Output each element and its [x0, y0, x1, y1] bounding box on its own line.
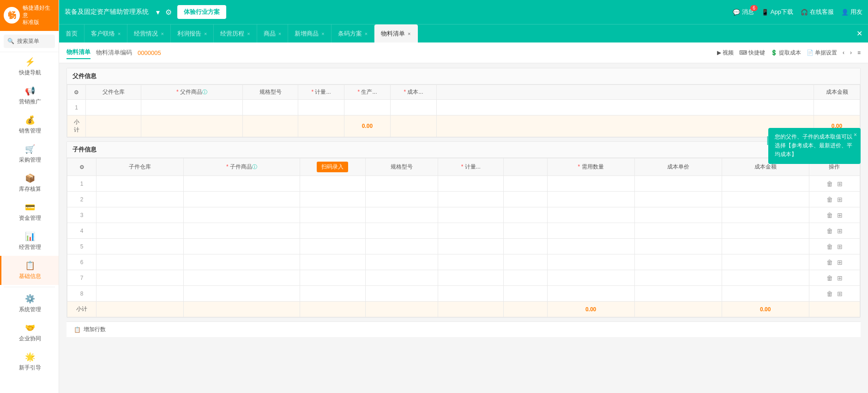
sub-tab-bom-code[interactable]: 物料清单编码: [96, 47, 132, 59]
message-badge: 6: [750, 5, 758, 11]
tab-close-customer[interactable]: ×: [118, 31, 121, 36]
nav-icon-inventory: 📦: [25, 173, 35, 183]
page-content: 物料清单 物料清单编码 0000005 ▶ 视频 ⌨ 快捷键 💲 提取成本 📄: [59, 42, 868, 393]
tab-bom[interactable]: 物料清单 ×: [374, 24, 417, 43]
cost-button[interactable]: 💲 提取成本: [771, 49, 801, 57]
parent-col-cost: * 成本...: [391, 85, 437, 100]
sidebar-item-guide[interactable]: 🌟 新手引导: [0, 347, 59, 376]
child-col-product: * 子件商品ⓘ: [184, 158, 300, 176]
child-col-spec: 规格型号: [365, 158, 438, 176]
delete-row-icon[interactable]: 🗑: [825, 180, 834, 187]
copy-row-icon[interactable]: ⊞: [836, 290, 844, 297]
child-col-unit-cost: 成本单价: [634, 158, 722, 176]
sidebar-item-operation[interactable]: 📊 经营管理: [0, 227, 59, 256]
sidebar-item-marketing[interactable]: 📢 营销推广: [0, 81, 59, 110]
sidebar-item-quick-nav[interactable]: ⚡ 快捷导航: [0, 52, 59, 81]
search-area[interactable]: 🔍 搜索菜单: [0, 31, 59, 52]
copy-row-icon[interactable]: ⊞: [836, 274, 844, 282]
copy-row-icon[interactable]: ⊞: [836, 227, 844, 235]
single-settings-button[interactable]: 📄 单据设置: [807, 49, 837, 57]
nav-icon-basic: 📋: [25, 260, 35, 271]
child-subtotal-qty: 0.00: [547, 302, 634, 317]
shortcut-button[interactable]: ⌨ 快捷键: [739, 49, 765, 57]
search-menu-button[interactable]: 🔍 搜索菜单: [4, 35, 55, 48]
tab-operation-status[interactable]: 经营情况 ×: [127, 24, 170, 43]
layout-button[interactable]: ≡: [857, 49, 861, 56]
tab-profit[interactable]: 利润报告 ×: [171, 24, 214, 43]
tooltip-close-button[interactable]: ×: [854, 131, 857, 139]
child-col-scan[interactable]: 扫码录入: [300, 158, 366, 176]
close-all-tabs-button[interactable]: ✕: [851, 29, 868, 38]
nav-icon-marketing: 📢: [25, 86, 35, 96]
parent-subtotal-qty: 0.00: [344, 115, 391, 137]
message-button[interactable]: 💬 6 消息: [733, 8, 754, 16]
parent-col-settings[interactable]: ⚙: [67, 85, 86, 100]
scan-input-button[interactable]: 扫码录入: [317, 162, 348, 172]
online-service-button[interactable]: 🎧 在线客服: [801, 8, 834, 16]
tab-close-barcode[interactable]: ×: [365, 31, 368, 36]
next-record-button[interactable]: ›: [850, 49, 852, 56]
delete-row-icon[interactable]: 🗑: [825, 227, 834, 235]
delete-row-icon[interactable]: 🗑: [825, 243, 834, 250]
child-col-settings[interactable]: ⚙: [67, 158, 96, 176]
table-row: 8 🗑 ⊞: [67, 286, 860, 302]
main-area: 装备及固定资产辅助管理系统 ▾ ⚙ 体验行业方案 💬 6 消息 📱 App下载 …: [59, 0, 868, 393]
sidebar-item-basic[interactable]: 📋 基础信息: [0, 256, 59, 285]
sidebar-item-system[interactable]: ⚙️ 系统管理: [0, 289, 59, 318]
delete-row-icon[interactable]: 🗑: [825, 196, 834, 203]
copy-row-icon[interactable]: ⊞: [836, 212, 844, 219]
tab-products[interactable]: 商品 ×: [257, 24, 288, 43]
tab-home[interactable]: 首页: [59, 24, 84, 43]
tab-close-bom[interactable]: ×: [408, 31, 410, 36]
copy-row-icon[interactable]: ⊞: [836, 180, 844, 187]
sidebar-item-purchase[interactable]: 🛒 采购管理: [0, 139, 59, 169]
parent-col-extra: [437, 85, 814, 100]
child-col-extra: [504, 158, 548, 176]
table-row: 3 🗑 ⊞: [67, 207, 860, 223]
tab-barcode[interactable]: 条码方案 ×: [332, 24, 374, 43]
copy-row-icon[interactable]: ⊞: [836, 243, 844, 250]
logo-area: 畅 畅捷通好生意 标准版: [0, 0, 59, 31]
app-download-button[interactable]: 📱 App下载: [761, 8, 793, 16]
sidebar-item-inventory[interactable]: 📦 库存核算: [0, 169, 59, 198]
video-icon: ▶: [717, 49, 721, 56]
tab-customer[interactable]: 客户联络 ×: [84, 24, 127, 43]
copy-row-icon[interactable]: ⊞: [836, 259, 844, 266]
tab-close-profit[interactable]: ×: [204, 31, 207, 36]
avatar-icon: 👤: [841, 9, 849, 16]
sub-tab-bom-list[interactable]: 物料清单: [66, 46, 90, 59]
tab-close-new-product[interactable]: ×: [321, 31, 324, 36]
topbar-dropdown-icon[interactable]: ▾: [156, 8, 160, 17]
tab-close-history[interactable]: ×: [247, 31, 250, 36]
tab-close-operation-status[interactable]: ×: [161, 31, 163, 36]
sidebar: 畅 畅捷通好生意 标准版 🔍 搜索菜单 ⚡ 快捷导航 📢 营销推广 💰 销售管理…: [0, 0, 59, 393]
sidebar-item-collab[interactable]: 🤝 企业协同: [0, 318, 59, 347]
logo-icon: 畅: [4, 7, 20, 24]
user-avatar[interactable]: 👤 用友: [841, 8, 862, 16]
topbar: 装备及固定资产辅助管理系统 ▾ ⚙ 体验行业方案 💬 6 消息 📱 App下载 …: [59, 0, 868, 24]
cost-tooltip: × 您的父件、子件的成本取值可以选择【参考成本、最新进价、平均成本】: [768, 128, 861, 164]
child-subtotal-row: 小计 0.00 0.00: [67, 302, 860, 317]
prev-record-button[interactable]: ‹: [843, 49, 844, 56]
topbar-settings-icon[interactable]: ⚙: [165, 8, 172, 17]
video-button[interactable]: ▶ 视频: [717, 49, 734, 57]
delete-row-icon[interactable]: 🗑: [825, 274, 834, 282]
table-row: 7 🗑 ⊞: [67, 270, 860, 286]
delete-row-icon[interactable]: 🗑: [825, 212, 834, 219]
child-col-required-qty: * 需用数量: [547, 158, 634, 176]
tab-close-products[interactable]: ×: [278, 31, 281, 36]
tab-new-product[interactable]: 新增商品 ×: [288, 24, 331, 43]
child-subtotal-label: 小计: [67, 302, 96, 317]
copy-row-icon[interactable]: ⊞: [836, 196, 844, 203]
tab-history[interactable]: 经营历程 ×: [214, 24, 257, 43]
child-subtotal-amount: 0.00: [722, 302, 809, 317]
message-icon: 💬: [733, 9, 740, 16]
add-row-label[interactable]: 增加行数: [84, 326, 106, 333]
trial-button[interactable]: 体验行业方案: [177, 5, 226, 19]
tabbar: 首页 客户联络 × 经营情况 × 利润报告 × 经营历程 × 商品 × 新增商品…: [59, 24, 868, 42]
delete-row-icon[interactable]: 🗑: [825, 290, 834, 297]
sidebar-item-sales[interactable]: 💰 销售管理: [0, 110, 59, 139]
sidebar-item-finance[interactable]: 💳 资金管理: [0, 198, 59, 227]
delete-row-icon[interactable]: 🗑: [825, 259, 834, 266]
search-icon: 🔍: [7, 38, 14, 44]
